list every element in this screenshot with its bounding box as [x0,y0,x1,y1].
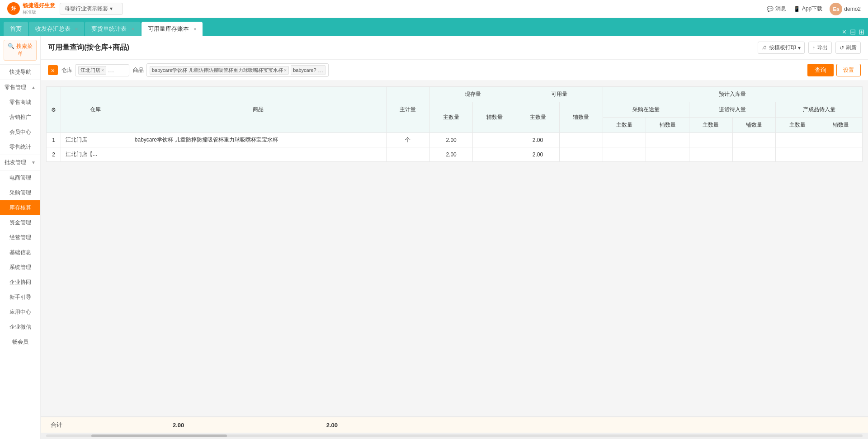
vip-member-label: 畅会员 [12,338,28,346]
sidebar-item-retail-stats[interactable]: 零售统计 [0,140,40,155]
maximize-icon[interactable]: ⊞ [859,28,864,36]
tab-order-stats-label: 要货单统计表 [91,25,127,33]
app-download-label: App下载 [802,5,822,13]
avatar: Ea [830,3,842,15]
sidebar-item-basic-info[interactable]: 基础信息 [0,245,40,260]
cell-production-main [776,147,819,162]
footer-p5 [723,422,793,429]
nav-tabs: 首页 收发存汇总表 × 要货单统计表 × 可用量库存账本 × × ⊟ ⊞ [0,18,868,36]
cell-available-aux [559,147,603,162]
sidebar-item-ecommerce[interactable]: 电商管理 [0,170,40,185]
cell-stock-aux [473,147,516,162]
message-btn[interactable]: 💬 消息 [767,5,786,13]
page-header: 可用量查询(按仓库+商品) 🖨 按模板打印 ▾ ↑ 导出 ↺ 刷新 [41,36,868,60]
sidebar-item-marketing[interactable]: 营销推广 [0,110,40,125]
sidebar-item-member-center[interactable]: 会员中心 [0,125,40,140]
refresh-btn[interactable]: ↺ 刷新 [835,42,861,54]
warehouse-more-dots[interactable]: ... [108,66,114,74]
retail-mgmt-arrow: ▲ [31,85,36,90]
username: demo2 [844,6,861,12]
sidebar-item-quick-nav[interactable]: 快捷导航 [0,65,40,80]
horizontal-scrollbar[interactable] [41,433,868,439]
sidebar-search: 🔍 搜索菜单 [0,36,40,65]
product-more[interactable]: ... [317,66,323,74]
tab-available-stock[interactable]: 可用量库存账本 × [142,22,203,36]
th-stock-main: 主数量 [429,102,473,133]
tab-receive-summary[interactable]: 收发存汇总表 × [29,22,84,36]
app-download-btn[interactable]: 📱 App下载 [793,5,822,13]
query-button[interactable]: 查询 [807,64,834,76]
tab-receive-summary-close[interactable]: × [75,26,78,32]
sidebar-item-app-center[interactable]: 应用中心 [0,305,40,320]
warehouse-filter-value[interactable]: 江北门店 × ... [75,64,129,76]
content-area: 可用量查询(按仓库+商品) 🖨 按模板打印 ▾ ↑ 导出 ↺ 刷新 » [41,36,868,439]
tab-order-stats-close[interactable]: × [131,26,134,32]
sidebar-item-operations[interactable]: 经营管理 [0,230,40,245]
scroll-thumb[interactable] [91,434,227,437]
sidebar-item-retail-mgmt[interactable]: 零售管理 ▲ [0,80,40,95]
tab-home[interactable]: 首页 [4,22,28,36]
footer-p2 [514,422,583,429]
message-icon: 💬 [767,6,774,12]
sidebar-item-wholesale-mgmt[interactable]: 批发管理 ▼ [0,155,40,170]
cell-purchase-main [603,133,646,147]
sidebar-item-new-guide[interactable]: 新手引导 [0,290,40,305]
app-center-label: 应用中心 [9,308,31,316]
close-all-tabs: × ⊟ ⊞ [842,28,864,36]
industry-label: 母婴行业演示账套 [65,5,108,13]
tab-available-stock-close[interactable]: × [193,26,196,32]
filter-bar: » 仓库 江北门店 × ... 商品 babycare学饮杯 儿童防摔防撞吸管杯… [41,60,868,81]
sidebar-item-retail-mall[interactable]: 零售商城 [0,95,40,110]
warehouse-tag-close[interactable]: × [101,68,104,73]
table-container: ⚙ 仓库 商品 主计量 现存量 可用量 预计入库量 主数量 辅数量 主数量 辅数… [41,81,868,416]
user-profile[interactable]: Ea demo2 [830,3,861,15]
sidebar-item-enterprise-collab[interactable]: 企业协同 [0,275,40,290]
search-icon: 🔍 [8,43,14,49]
logo-text: 畅捷通好生意 [23,2,55,9]
filter-expand-btn[interactable]: » [48,65,58,75]
sidebar-item-sys-mgmt[interactable]: 系统管理 [0,260,40,275]
sidebar-item-purchase[interactable]: 采购管理 [0,185,40,200]
sys-mgmt-label: 系统管理 [9,264,31,271]
th-inbound-aux: 辅数量 [732,118,776,133]
product-filter-label: 商品 [133,66,144,74]
sidebar-item-stock-check[interactable]: 库存核算 [0,200,40,215]
industry-selector[interactable]: 母婴行业演示账套 ▾ [60,3,123,15]
cell-warehouse: 江北门店【... [61,147,130,162]
product-tag-1-close[interactable]: × [284,68,287,73]
footer-values: 2.00 2.00 [137,422,863,429]
table-settings-col[interactable]: ⚙ [47,87,61,133]
th-purchase-in-transit: 采购在途量 [603,102,689,118]
refresh-label: 刷新 [846,44,857,52]
product-filter-value[interactable]: babycare学饮杯 儿童防摔防撞吸管杯重力球吸嘴杯宝宝水杯 × babyca… [146,63,329,77]
th-purchase-main: 主数量 [603,118,646,133]
close-all-icon[interactable]: × [842,28,846,36]
minimize-icon[interactable]: ⊟ [850,28,856,36]
tab-order-stats[interactable]: 要货单统计表 × [85,22,140,36]
cell-inbound-main [689,147,733,162]
sidebar-item-finance[interactable]: 资金管理 [0,215,40,230]
table-row: 1 江北门店 babycare学饮杯 儿童防摔防撞吸管杯重力球吸嘴杯宝宝水杯 个… [47,133,863,147]
search-menu-btn[interactable]: 🔍 搜索菜单 [4,40,37,61]
top-bar-left: 好 畅捷通好生意 标准版 母婴行业演示账套 ▾ [7,2,123,15]
sidebar-item-enterprise-wechat[interactable]: 企业微信 [0,320,40,335]
th-inbound-main: 主数量 [689,118,733,133]
wholesale-section: 批发管理 ▼ [0,155,40,170]
warehouse-filter-label: 仓库 [61,66,72,74]
cell-available-main: 2.00 [516,147,560,162]
sidebar-item-vip-member[interactable]: 畅会员 [0,335,40,349]
cell-purchase-main [603,147,646,162]
footer-p4 [653,422,723,429]
scroll-track [46,434,863,437]
cell-stock-main: 2.00 [429,147,473,162]
purchase-label: 采购管理 [9,189,31,197]
logo-sub: 标准版 [23,9,55,15]
cell-purchase-aux [646,133,689,147]
export-btn[interactable]: ↑ 导出 [808,42,832,54]
warehouse-filter-field: 仓库 江北门店 × ... [61,64,129,76]
cell-product: babycare学饮杯 儿童防摔防撞吸管杯重力球吸嘴杯宝宝水杯 [130,133,386,147]
th-stock-group: 现存量 [429,87,516,102]
settings-button[interactable]: 设置 [836,64,861,76]
print-btn[interactable]: 🖨 按模板打印 ▾ [758,42,805,54]
sidebar: 🔍 搜索菜单 快捷导航 零售管理 ▲ 零售商城 营销推广 会员中心 [0,36,41,439]
